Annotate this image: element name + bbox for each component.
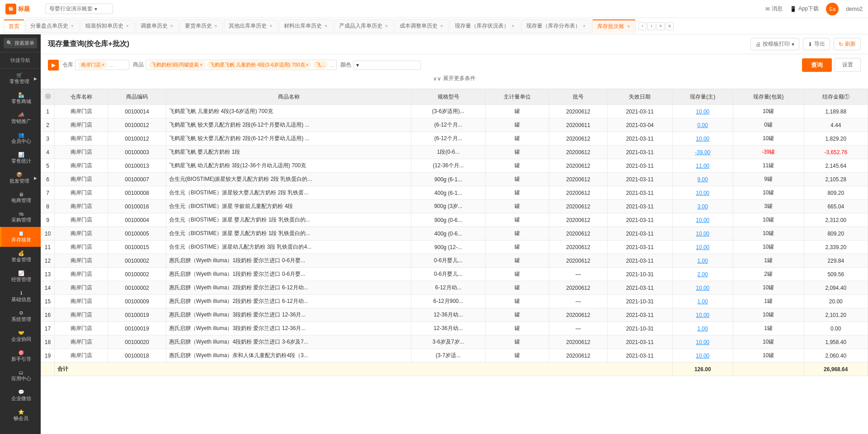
tab-next-button[interactable]: › [647, 22, 656, 30]
cell-expire: 2021-03-11 [607, 281, 672, 295]
tab-prev-button[interactable]: ‹ [638, 22, 646, 30]
tab-requisition-close[interactable]: × [214, 23, 218, 29]
sidebar-search-box[interactable]: 🔍 搜索菜单 [4, 38, 37, 48]
message-button[interactable]: ✉ 消息 [765, 5, 783, 13]
sidebar-item-vip[interactable]: ⭐ 畅会员 [0, 406, 41, 425]
th-checkbox[interactable] [41, 90, 55, 105]
gear-settings-icon[interactable] [45, 93, 51, 99]
warehouse-more: ... [109, 62, 113, 68]
cell-expire: 2021-03-11 [607, 200, 672, 213]
export-button[interactable]: ⬇ 导出 [803, 38, 830, 50]
sidebar-item-wechat[interactable]: 💬 企业微信 [0, 386, 41, 406]
tab-disassemble-close[interactable]: × [125, 23, 130, 29]
filter-expand-button[interactable]: ▶ [48, 60, 59, 71]
tab-material-out-close[interactable]: × [324, 23, 328, 29]
sidebar-item-guide[interactable]: 🎯 新手引导 [0, 346, 41, 366]
tab-stock-dist[interactable]: 现存量（库存分布表） × [521, 19, 592, 33]
sidebar-item-ecommerce[interactable]: 🖥 电商管理 [0, 188, 41, 208]
tab-split-inventory[interactable]: 分量盘点单历史 × [25, 19, 80, 33]
cell-qty-main[interactable]: 10.00 [672, 105, 733, 118]
tab-stock-status-close[interactable]: × [511, 23, 515, 29]
sidebar-item-marketing[interactable]: 📣 营销推广 [0, 108, 41, 128]
cell-qty-main[interactable]: 0.00 [672, 118, 733, 132]
cell-qty-main[interactable]: 1.00 [672, 295, 733, 308]
cell-no: 2 [41, 118, 55, 132]
sidebar-item-retail[interactable]: 🛒 零售管理 ▶ [0, 69, 41, 89]
app-download-button[interactable]: 📱 App下载 [790, 5, 819, 13]
cell-qty-pack: 10罐 [733, 132, 804, 146]
avatar[interactable]: Ea [826, 3, 839, 15]
sidebar-item-inventory[interactable]: 📋 库存核算 [0, 227, 41, 247]
tab-home[interactable]: 首页 [4, 19, 24, 33]
sidebar-item-basic[interactable]: ℹ 基础信息 [0, 287, 41, 307]
sidebar-item-purchase[interactable]: 🛍 采购管理 [0, 208, 41, 227]
sidebar-item-guide-label: 新手引导 [11, 356, 31, 363]
company-select[interactable]: 母婴行业演示账套 ▾ [45, 4, 113, 14]
tab-disassemble[interactable]: 组装拆卸单历史 × [80, 19, 135, 33]
color-tag-container[interactable]: ▾ [353, 61, 421, 70]
tab-transfer-close[interactable]: × [170, 23, 174, 29]
sidebar-item-retail-stat[interactable]: 📊 零售统计 [0, 148, 41, 168]
cell-spec: 0-6月婴儿... [411, 254, 485, 268]
sidebar-item-finance[interactable]: 💰 资金管理 [0, 247, 41, 267]
sidebar-item-appstore[interactable]: 🗂 应用中心 [0, 366, 41, 386]
cell-batch: 20200612 [549, 335, 608, 349]
cell-amount: -3,652.76 [804, 146, 868, 159]
product-tag-container[interactable]: 飞鹤奶粉3段丙罐提装 × 飞鹤星飞帆 儿童奶粉 4段(3-6岁适用) 700克 … [146, 60, 337, 70]
settings-button[interactable]: 设置 [835, 58, 861, 72]
tab-product-in-close[interactable]: × [384, 23, 389, 29]
tab-split-inventory-close[interactable]: × [70, 23, 75, 29]
product-more: ... [330, 62, 334, 68]
cell-qty-main[interactable]: 10.00 [672, 132, 733, 146]
tab-transfer[interactable]: 调拨单历史 × [136, 19, 179, 33]
expand-more-button[interactable]: ∨∨ 展开更多条件 [433, 75, 476, 82]
cell-qty-main[interactable]: 10.00 [672, 186, 733, 200]
cell-qty-main[interactable]: 2.00 [672, 268, 733, 281]
tab-warehouse-batch[interactable]: 库存批次账 × [592, 19, 636, 33]
th-code: 商品编码 [108, 90, 166, 105]
sidebar-item-system[interactable]: ⚙ 系统管理 [0, 307, 41, 326]
sidebar-item-member[interactable]: 👥 会员中心 [0, 128, 41, 148]
cell-qty-main[interactable]: 10.00 [672, 227, 733, 241]
cell-qty-main[interactable]: 10.00 [672, 349, 733, 363]
tab-other-out[interactable]: 其他出库单历史 × [224, 19, 278, 33]
tab-cost-adjust-close[interactable]: × [439, 23, 444, 29]
tab-product-in[interactable]: 产成品入库单历史 × [334, 19, 394, 33]
warehouse-tag-close[interactable]: × [102, 62, 104, 67]
cell-qty-main[interactable]: 3.00 [672, 200, 733, 213]
tab-stock-status[interactable]: 现存量（库存状况表） × [450, 19, 520, 33]
warehouse-tag-container[interactable]: 南岸门店 × ... [75, 60, 129, 70]
cell-qty-main[interactable]: 1.00 [672, 254, 733, 268]
sidebar-item-wholesale[interactable]: 📦 批发管理 ▶ [0, 168, 41, 188]
product-tag-3-text: 飞... [316, 61, 325, 68]
cell-amount: 4.44 [804, 118, 868, 132]
cell-qty-main[interactable]: 10.00 [672, 308, 733, 322]
cell-qty-main[interactable]: 11.00 [672, 159, 733, 173]
cell-qty-main[interactable]: 10.00 [672, 213, 733, 227]
refresh-button[interactable]: ↻ 刷新 [834, 38, 861, 50]
tab-warehouse-batch-close[interactable]: × [626, 24, 631, 29]
tab-cost-adjust[interactable]: 成本调整单历史 × [395, 19, 449, 33]
tab-other-out-close[interactable]: × [269, 23, 273, 29]
tab-close-all-button[interactable]: × [656, 22, 665, 30]
sidebar-item-operations[interactable]: 📈 经营管理 [0, 267, 41, 287]
sidebar-item-system-label: 系统管理 [11, 316, 31, 323]
sidebar-item-cooperation[interactable]: 🤝 企业协同 [0, 326, 41, 346]
sidebar-item-retail-shop[interactable]: 🏪 零售商城 [0, 89, 41, 108]
tab-material-out[interactable]: 材料出库单历史 × [279, 19, 333, 33]
print-button[interactable]: 🖨 按模板打印 ▾ [750, 38, 799, 50]
product-tag-3: 飞... [313, 61, 328, 69]
cell-qty-main[interactable]: 10.00 [672, 281, 733, 295]
cell-qty-main[interactable]: 9.00 [672, 173, 733, 186]
query-button[interactable]: 查询 [802, 58, 832, 72]
cell-qty-main[interactable]: 10.00 [672, 241, 733, 254]
product-tag-1-close[interactable]: × [200, 62, 203, 67]
tab-requisition[interactable]: 要货单历史 × [180, 19, 223, 33]
cell-qty-main[interactable]: 1.00 [672, 322, 733, 335]
tab-stock-dist-close[interactable]: × [582, 23, 587, 29]
product-tag-2-close[interactable]: × [306, 62, 309, 67]
cell-name: 飞鹤星飞帆 幼儿配方奶粉 3段(12-36个月幼儿适用) 700克 [166, 159, 411, 173]
tab-menu-button[interactable]: ≡ [665, 22, 674, 30]
cell-qty-main[interactable]: 10.00 [672, 335, 733, 349]
cell-qty-main[interactable]: -39.00 [672, 146, 733, 159]
